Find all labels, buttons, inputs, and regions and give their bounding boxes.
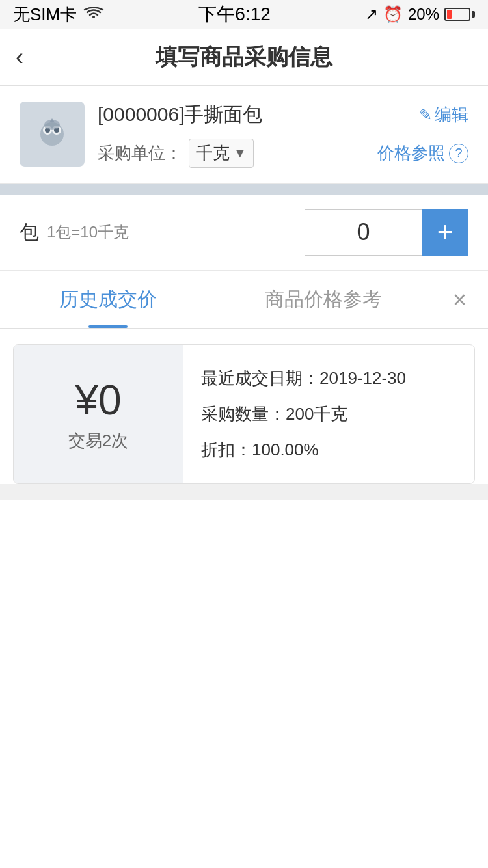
history-summary: ¥0 交易2次 [14, 345, 183, 483]
bottom-panel: 历史成交价 商品价格参考 × ¥0 交易2次 最近成交日期：2019-12-30… [0, 271, 488, 484]
quantity-unit-label: 包 [20, 219, 39, 246]
battery-icon [444, 8, 475, 21]
edit-icon: ✎ [419, 106, 432, 124]
help-icon: ? [449, 144, 468, 163]
history-discount-value: 100.00% [252, 440, 319, 459]
history-discount-label: 折扣： [201, 440, 252, 459]
tab-product-price-ref[interactable]: 商品价格参考 [215, 271, 431, 328]
product-info: [0000006]手撕面包 ✎ 编辑 采购单位： 千克 ▼ 价格参照 [98, 102, 468, 168]
back-button[interactable]: ‹ [16, 44, 23, 71]
edit-label: 编辑 [435, 103, 468, 126]
battery-percent: 20% [408, 5, 439, 23]
unit-prefix: 采购单位： [98, 142, 182, 165]
quantity-conversion: 1包=10千克 [47, 222, 129, 243]
plus-icon: + [437, 217, 454, 248]
product-unit-row: 采购单位： 千克 ▼ 价格参照 ? [98, 139, 468, 168]
location-icon: ↗ [365, 5, 378, 23]
tabs-row: 历史成交价 商品价格参考 × [0, 271, 488, 329]
tab-active-indicator [88, 325, 128, 328]
history-card: ¥0 交易2次 最近成交日期：2019-12-30 采购数量：200千克 折扣：… [13, 344, 475, 484]
tab-history-price[interactable]: 历史成交价 [0, 271, 215, 328]
history-date-row: 最近成交日期：2019-12-30 [201, 366, 456, 391]
empty-space [0, 500, 488, 868]
section-divider [0, 184, 488, 195]
edit-button[interactable]: ✎ 编辑 [419, 103, 468, 126]
product-thumbnail [20, 102, 85, 167]
carrier-text: 无SIM卡 [13, 3, 77, 26]
status-bar: 无SIM卡 下午6:12 ↗ ⏰ 20% [0, 0, 488, 29]
tab1-label: 历史成交价 [59, 286, 157, 313]
unit-select[interactable]: 千克 ▼ [189, 139, 254, 168]
wifi-icon [83, 7, 104, 22]
status-left: 无SIM卡 [13, 3, 104, 26]
unit-label: 采购单位： 千克 ▼ [98, 139, 254, 168]
unit-value: 千克 [196, 142, 230, 165]
quantity-controls: + [305, 209, 468, 256]
price-ref-button[interactable]: 价格参照 ? [377, 142, 468, 165]
close-icon: × [453, 286, 467, 314]
history-transactions: 交易2次 [68, 429, 128, 452]
help-label: ? [455, 146, 462, 161]
history-qty-row: 采购数量：200千克 [201, 401, 456, 427]
tab2-label: 商品价格参考 [265, 286, 382, 313]
history-qty-label: 采购数量： [201, 404, 286, 424]
status-time: 下午6:12 [198, 2, 271, 27]
quantity-input[interactable] [305, 209, 422, 256]
close-button[interactable]: × [431, 271, 488, 328]
quantity-unit-info: 包 1包=10千克 [20, 219, 129, 246]
product-thumb-icon [33, 112, 72, 157]
history-date-value: 2019-12-30 [319, 368, 406, 388]
history-qty-value: 200千克 [286, 404, 347, 424]
product-name: [0000006]手撕面包 [98, 102, 262, 128]
product-card: [0000006]手撕面包 ✎ 编辑 采购单位： 千克 ▼ 价格参照 [0, 86, 488, 184]
history-price-value: ¥0 [75, 376, 121, 424]
status-right: ↗ ⏰ 20% [365, 5, 475, 23]
price-ref-label: 价格参照 [377, 142, 445, 165]
history-date-label: 最近成交日期： [201, 368, 319, 388]
product-row: [0000006]手撕面包 ✎ 编辑 采购单位： 千克 ▼ 价格参照 [20, 102, 468, 168]
nav-bar: ‹ 填写商品采购信息 [0, 29, 488, 86]
history-details: 最近成交日期：2019-12-30 采购数量：200千克 折扣：100.00% [183, 345, 474, 483]
alarm-icon: ⏰ [383, 5, 403, 23]
page-title: 填写商品采购信息 [156, 42, 332, 72]
product-header: [0000006]手撕面包 ✎ 编辑 [98, 102, 468, 128]
history-discount-row: 折扣：100.00% [201, 437, 456, 463]
dropdown-arrow-icon: ▼ [234, 146, 247, 161]
quantity-row: 包 1包=10千克 + [0, 195, 488, 271]
quantity-plus-button[interactable]: + [422, 209, 468, 256]
